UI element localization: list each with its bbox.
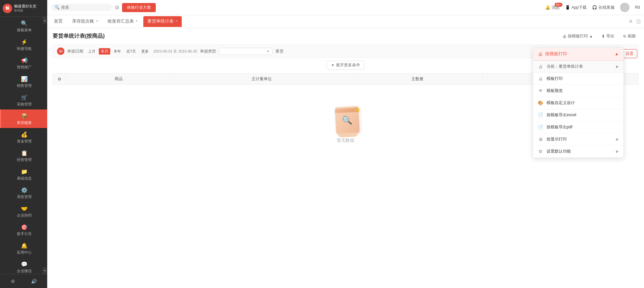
maximize-icon[interactable]: ⊡ (636, 18, 641, 25)
goods-filter-label: 要货 (275, 49, 284, 54)
dropdown-template-pdf[interactable]: 📄 按模板导出pdf (533, 121, 623, 133)
app-download-btn[interactable]: 📱 App下载 (565, 5, 587, 10)
settings-btn[interactable]: 设置 (622, 49, 637, 58)
date-more-btn[interactable]: 更多 (139, 48, 151, 55)
sidebar-item-basic[interactable]: 📁 基础信息 (0, 165, 47, 184)
date-range: 2023-06-01 至 2023-06-30 (153, 49, 197, 54)
user-avatar[interactable] (620, 3, 630, 12)
expand-more-btn[interactable]: ▼ 展开更多条件 (327, 61, 364, 70)
tab-inventory-batch[interactable]: 库存批次账× (68, 16, 102, 27)
dropdown-chevron-icon[interactable]: ▲ (615, 52, 619, 56)
tab-close-receivable-summary[interactable]: × (136, 19, 138, 23)
dropdown-template-print[interactable]: 🖨 模板打印 (533, 73, 623, 85)
type-select[interactable]: ▼ (219, 48, 273, 55)
search-menu-label: 搜索菜单 (17, 28, 32, 33)
purchase-label: 采购管理 (17, 102, 32, 107)
display-print-label: 按显示打印 (547, 136, 613, 142)
search-menu-icon: 🔍 (21, 20, 28, 27)
close-window-icon[interactable]: ✕ (628, 18, 634, 25)
current-label: 当前：要货单统计表 (547, 64, 613, 69)
dropdown-current-item[interactable]: 🖨 当前：要货单统计表 ▶ (533, 61, 623, 73)
date-this-month-btn[interactable]: 本月 (99, 48, 110, 55)
date-7days-btn[interactable]: 近7天 (124, 48, 138, 55)
filter-expand-btn[interactable]: ≫ (57, 47, 64, 55)
sidebar-item-finance[interactable]: 💰 资金管理 (0, 128, 47, 147)
app-name: 畅捷通好生意 (14, 4, 36, 8)
sidebar: 畅 畅捷通好生意 标准版 ▲ 🔍 搜索菜单 ⚡ 快捷导航 📢 营销推广 📊 销售… (0, 0, 47, 288)
dropdown-set-default[interactable]: ⚙ 设置默认功能 ▶ (533, 146, 623, 158)
topbar-right: 🔔 消息 99+ 📱 App下载 🎧 在线客服 Rit (545, 3, 640, 12)
dropdown-template-excel[interactable]: 📄 按模板导出excel (533, 109, 623, 121)
guide-label: 新手引导 (17, 231, 32, 236)
chevron-up-icon: ▲ (589, 34, 593, 38)
sidebar-item-purchase[interactable]: 🛒 采购管理 (0, 91, 47, 109)
sidebar-scroll-up[interactable]: ▲ (42, 17, 47, 24)
app-center-icon: 🔔 (21, 243, 28, 249)
tab-home[interactable]: 首页 (50, 16, 67, 27)
wechat-icon: 💬 (21, 261, 28, 267)
date-buttons: 上月 本月 本年 近7天 更多 (86, 48, 151, 55)
sidebar-scroll-down[interactable]: ▼ (42, 267, 47, 274)
system-label: 系统管理 (17, 194, 32, 199)
template-preview-label: 模板预览 (547, 88, 619, 94)
sidebar-item-inventory[interactable]: 📦 库存核算 (0, 109, 47, 128)
tab-close-order-stats[interactable]: × (176, 19, 178, 23)
speaker-icon[interactable]: 🔊 (31, 279, 37, 284)
notification-btn[interactable]: 🔔 消息 99+ (545, 5, 560, 10)
sidebar-item-quick-nav[interactable]: ⚡ 快捷导航 (0, 35, 47, 54)
sidebar-item-sales[interactable]: 📊 销售管理 (0, 72, 47, 91)
dropdown-header[interactable]: 🖨 按模板打印 ▲ (533, 47, 623, 61)
sales-label: 销售管理 (17, 83, 32, 88)
template-print-label: 模板打印 (547, 76, 619, 82)
date-prev-month-btn[interactable]: 上月 (86, 48, 97, 55)
inventory-label: 库存核算 (17, 120, 32, 125)
col-qty: 主数量 (352, 73, 482, 85)
template-preview-icon: 👁 (538, 88, 543, 93)
template-pdf-label: 按模板导出pdf (547, 124, 619, 130)
service-icon: 🎧 (592, 5, 597, 10)
set-default-label: 设置默认功能 (547, 149, 613, 154)
page-title: 要货单统计表(按商品) (53, 33, 105, 40)
dropdown-display-print[interactable]: 🖥 按显示打印 ▶ (533, 133, 623, 146)
sidebar-scroll: 🔍 搜索菜单 ⚡ 快捷导航 📢 营销推广 📊 销售管理 🛒 采购管理 📦 库存核… (0, 17, 47, 274)
finance-icon: 💰 (21, 131, 28, 138)
tab-receivable-summary[interactable]: 收发存汇总表× (104, 16, 142, 27)
logo-icon: 畅 (3, 4, 12, 13)
dropdown-template-custom[interactable]: 🎨 模板自定义设计 (533, 97, 623, 109)
quick-nav-icon: ⚡ (21, 39, 28, 45)
search-box[interactable]: 🔍 (51, 4, 112, 11)
refresh-btn[interactable]: ↻ 刷新 (620, 32, 639, 40)
trial-button[interactable]: 体验行业方案 (122, 3, 156, 12)
dropdown-template-preview[interactable]: 👁 模板预览 (533, 85, 623, 97)
sidebar-item-wechat[interactable]: 💬 企业微信 (0, 258, 47, 274)
print-icon: 🖨 (562, 34, 566, 39)
online-service-btn[interactable]: 🎧 在线客服 (592, 5, 615, 10)
sidebar-item-collab[interactable]: 🤝 企业协同 (0, 202, 47, 221)
search-input[interactable] (61, 5, 101, 10)
template-excel-icon: 📄 (538, 113, 543, 118)
date-this-year-btn[interactable]: 本年 (112, 48, 123, 55)
logo-text-container: 畅捷通好生意 标准版 (14, 4, 36, 13)
tab-order-stats[interactable]: 要货单统计表× (143, 16, 182, 27)
sidebar-item-search-menu[interactable]: 🔍 搜索菜单 (0, 17, 47, 35)
empty-text: 暂无数据 (337, 137, 354, 143)
tab-label-inventory-batch: 库存批次账 (72, 18, 94, 24)
basic-icon: 📁 (21, 168, 28, 175)
template-custom-label: 模板自定义设计 (547, 100, 619, 106)
page-actions: 🖨 按模板打印 ▲ ⬆ 导出 ↻ 刷新 (560, 32, 639, 40)
sidebar-item-guide[interactable]: 🎯 新手引导 (0, 221, 47, 239)
app-download-label: App下载 (572, 5, 587, 10)
download-icon: 📱 (565, 5, 570, 10)
sidebar-item-system[interactable]: ⚙️ 系统管理 (0, 184, 47, 202)
tab-close-inventory-batch[interactable]: × (96, 19, 98, 23)
print-template-btn[interactable]: 🖨 按模板打印 ▲ (560, 32, 595, 40)
sidebar-item-app-center[interactable]: 🔔 应用中心 (0, 239, 47, 258)
settings-icon[interactable]: ⚙ (11, 279, 15, 284)
gear-icon[interactable]: ⚙ (115, 4, 119, 11)
sidebar-item-marketing[interactable]: 📢 营销推广 (0, 54, 47, 72)
basic-label: 基础信息 (17, 176, 32, 181)
col-goods: 商品 (66, 73, 171, 85)
sidebar-item-operation[interactable]: 📋 经营管理 (0, 147, 47, 165)
col-settings[interactable]: ⚙ (53, 73, 66, 85)
export-btn[interactable]: ⬆ 导出 (599, 32, 617, 40)
